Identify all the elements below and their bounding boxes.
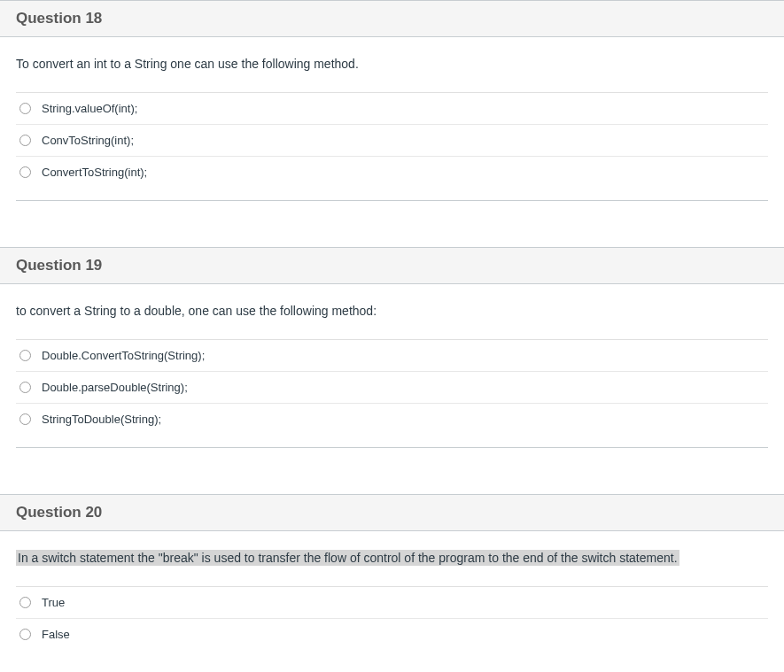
option-label: Double.parseDouble(String); (42, 381, 188, 394)
option-label: Double.ConvertToString(String); (42, 349, 205, 362)
radio-icon[interactable] (19, 629, 31, 640)
question-prompt: to convert a String to a double, one can… (16, 304, 768, 318)
radio-icon[interactable] (19, 382, 31, 393)
radio-icon[interactable] (19, 103, 31, 114)
option-label: False (42, 628, 70, 641)
radio-icon[interactable] (19, 597, 31, 608)
option-row[interactable]: String.valueOf(int); (16, 93, 768, 125)
question-block-19: Question 19 to convert a String to a dou… (0, 247, 784, 459)
option-row[interactable]: Double.ConvertToString(String); (16, 340, 768, 372)
option-label: True (42, 596, 65, 609)
option-label: ConvToString(int); (42, 134, 134, 147)
question-prompt: In a switch statement the "break" is use… (16, 550, 679, 566)
radio-icon[interactable] (19, 166, 31, 178)
option-row[interactable]: False (16, 619, 768, 650)
option-label: StringToDouble(String); (42, 413, 161, 426)
option-row[interactable]: ConvToString(int); (16, 125, 768, 157)
radio-icon[interactable] (19, 135, 31, 146)
option-label: ConvertToString(int); (42, 166, 147, 179)
question-prompt: To convert an int to a String one can us… (16, 57, 768, 71)
question-body: To convert an int to a String one can us… (0, 37, 784, 212)
option-row[interactable]: True (16, 587, 768, 619)
question-header: Question 18 (0, 0, 784, 37)
option-label: String.valueOf(int); (42, 102, 137, 115)
divider (16, 200, 768, 201)
question-body: In a switch statement the "break" is use… (0, 531, 784, 660)
question-header: Question 20 (0, 494, 784, 531)
question-block-18: Question 18 To convert an int to a Strin… (0, 0, 784, 212)
radio-icon[interactable] (19, 413, 31, 425)
divider (16, 447, 768, 448)
question-header: Question 19 (0, 247, 784, 284)
option-row[interactable]: ConvertToString(int); (16, 157, 768, 188)
option-row[interactable]: Double.parseDouble(String); (16, 372, 768, 404)
question-body: to convert a String to a double, one can… (0, 284, 784, 459)
question-block-20: Question 20 In a switch statement the "b… (0, 494, 784, 660)
question-prompt-wrap: In a switch statement the "break" is use… (16, 551, 768, 565)
radio-icon[interactable] (19, 350, 31, 361)
option-row[interactable]: StringToDouble(String); (16, 404, 768, 435)
